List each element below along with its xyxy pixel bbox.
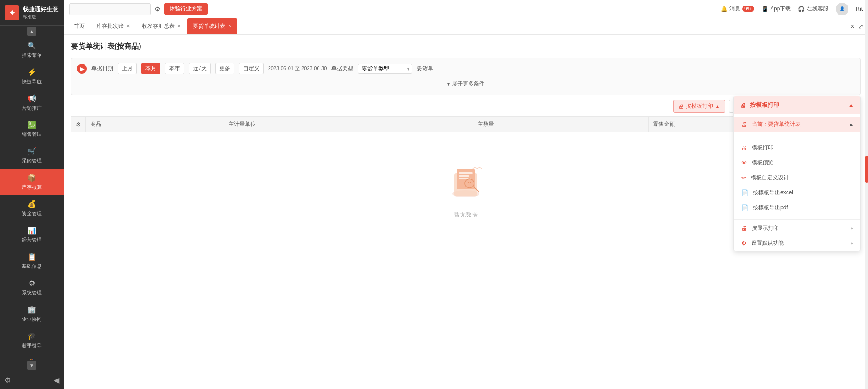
- sidebar-item-system[interactable]: ⚙ 系统管理: [0, 274, 64, 301]
- trial-industry-button[interactable]: 体验行业方案: [164, 3, 208, 15]
- app-version: 标准版: [23, 14, 58, 20]
- sidebar-item-enterprise[interactable]: 🏢 企业协同: [0, 301, 64, 327]
- sidebar-bottom: ⚙ ◀: [0, 371, 64, 389]
- print-template-label: 按模板打印: [686, 102, 713, 110]
- table-col-product: 商品: [86, 117, 224, 132]
- sidebar-item-sales[interactable]: 💹 销售管理: [0, 116, 64, 142]
- tab-close-inventory-batch[interactable]: ✕: [126, 23, 130, 29]
- sidebar-item-label-purchase: 采购管理: [22, 157, 42, 164]
- window-close-icon[interactable]: ✕: [850, 23, 855, 30]
- expand-more-button[interactable]: ▾ 展开更多条件: [447, 78, 484, 90]
- print-template-button[interactable]: 🖨 按模板打印 ▲: [673, 100, 725, 113]
- date-btn-current-month[interactable]: 本月: [141, 63, 160, 74]
- sidebar-item-shortcuts[interactable]: ⚡ 快捷导航: [0, 63, 64, 90]
- date-btn-7days[interactable]: 近7天: [189, 63, 211, 74]
- sidebar-item-search[interactable]: 🔍 搜索菜单: [0, 37, 64, 63]
- tab-close-order-stats[interactable]: ✕: [228, 23, 232, 29]
- sidebar-scroll-down[interactable]: ▼: [27, 361, 36, 370]
- template-print-icon: 🖨: [741, 144, 747, 151]
- sidebar-item-apps[interactable]: 📱 应用中心: [0, 354, 64, 360]
- order-type-select[interactable]: 要货单类型: [358, 64, 412, 74]
- tab-order-stats[interactable]: 要货单统计表 ✕: [187, 18, 237, 34]
- sidebar-item-label-shortcuts: 快捷导航: [22, 78, 42, 85]
- display-print-icon: 🖨: [741, 225, 747, 232]
- avatar[interactable]: 👤: [836, 3, 848, 15]
- bell-icon: 🔔: [721, 6, 728, 12]
- operations-nav-icon: 📊: [27, 226, 36, 235]
- filter-bar: ▶ 单据日期 上月 本月 本年 近7天 更多 自定义 2023-06-01 至 …: [71, 58, 861, 95]
- sidebar-item-guide[interactable]: 🎓 新手引导: [0, 327, 64, 354]
- sidebar-scroll-up[interactable]: ▲: [27, 27, 36, 36]
- dropdown-items-section: 🖨 模板打印 👁 模板预览 ✏ 模板自定义设计 📄 按模板导出excel 📄: [734, 137, 860, 218]
- empty-state-text: 暂无数据: [454, 211, 478, 219]
- online-service-action[interactable]: 🎧 在线客服: [798, 5, 828, 13]
- user-name: Rit: [856, 6, 863, 12]
- sidebar-item-operations[interactable]: 📊 经营管理: [0, 222, 64, 248]
- table-col-settings[interactable]: ⚙: [71, 117, 86, 132]
- sidebar-nav: 🔍 搜索菜单 ⚡ 快捷导航 📢 营销推广 💹 销售管理 🛒 采购管理 📦 库存核…: [0, 37, 64, 360]
- mobile-icon: 📱: [762, 6, 768, 12]
- svg-rect-4: [459, 175, 469, 177]
- settings-icon[interactable]: ⚙: [5, 376, 11, 384]
- template-design-label: 模板自定义设计: [751, 174, 853, 182]
- table-col-quantity: 主数量: [473, 117, 649, 132]
- sidebar-item-finance[interactable]: 💰 资金管理: [0, 195, 64, 222]
- dropdown-item-set-default[interactable]: ⚙ 设置默认功能: [734, 236, 860, 251]
- date-btn-custom[interactable]: 自定义: [239, 63, 264, 74]
- svg-point-8: [470, 182, 471, 183]
- dropdown-item-export-excel[interactable]: 📄 按模板导出excel: [734, 185, 860, 200]
- template-print-label: 模板打印: [752, 144, 853, 152]
- finance-nav-icon: 💰: [27, 200, 36, 208]
- chevron-up-icon-dropdown[interactable]: ▲: [848, 102, 854, 109]
- filter-expand-button[interactable]: ▶: [77, 64, 87, 74]
- chevron-right-current-icon: ▸: [850, 121, 853, 128]
- app-download-label: App下载: [770, 5, 791, 13]
- dropdown-item-template-design[interactable]: ✏ 模板自定义设计: [734, 170, 860, 185]
- sidebar-item-label-guide: 新手引导: [22, 342, 42, 349]
- sidebar-item-label-basic: 基础信息: [22, 263, 42, 270]
- tab-home[interactable]: 首页: [68, 18, 90, 34]
- set-default-label: 设置默认功能: [751, 239, 846, 247]
- template-preview-icon: 👁: [741, 159, 747, 166]
- system-nav-icon: ⚙: [29, 279, 35, 288]
- header-gear-icon[interactable]: ⚙: [155, 5, 160, 13]
- export-pdf-icon: 📄: [741, 204, 748, 211]
- dropdown-item-current[interactable]: 🖨 当前：要货单统计表 ▸: [734, 117, 860, 132]
- messages-action[interactable]: 🔔 消息 99+: [721, 5, 754, 13]
- window-expand-icon[interactable]: ⤢: [858, 23, 863, 30]
- chevron-up-icon: ▲: [715, 103, 720, 110]
- date-btn-more[interactable]: 更多: [215, 63, 234, 74]
- dropdown-item-display-print[interactable]: 🖨 按显示打印: [734, 221, 860, 236]
- headset-icon: 🎧: [798, 6, 805, 12]
- print-dropdown-panel: 🖨 按模板打印 ▲ 🖨 当前：要货单统计表 ▸ 🖨 模板打印: [733, 96, 861, 251]
- export-excel-label: 按模板导出excel: [753, 189, 853, 197]
- global-search-input[interactable]: [69, 3, 151, 15]
- tab-close-receipt-summary[interactable]: ✕: [177, 23, 181, 29]
- dropdown-item-export-pdf[interactable]: 📄 按模板导出pdf: [734, 200, 860, 215]
- dropdown-item-template-print[interactable]: 🖨 模板打印: [734, 140, 860, 155]
- sidebar-collapse-icon[interactable]: ◀: [54, 376, 59, 384]
- app-download-action[interactable]: 📱 App下载: [762, 5, 791, 13]
- sidebar-item-inventory[interactable]: 📦 库存核算: [0, 169, 64, 195]
- tab-inventory-batch[interactable]: 库存批次账 ✕: [91, 18, 135, 34]
- tab-receipt-summary[interactable]: 收发存汇总表 ✕: [136, 18, 186, 34]
- sidebar-item-purchase[interactable]: 🛒 采购管理: [0, 142, 64, 169]
- right-scrollbar[interactable]: [865, 0, 868, 389]
- page-title: 要货单统计表(按商品): [71, 42, 861, 51]
- dropdown-item-template-preview[interactable]: 👁 模板预览: [734, 155, 860, 170]
- display-print-label: 按显示打印: [752, 224, 846, 232]
- date-btn-prev-month[interactable]: 上月: [118, 63, 137, 74]
- sidebar-item-basic[interactable]: 📋 基础信息: [0, 248, 64, 274]
- guide-nav-icon: 🎓: [27, 332, 36, 340]
- sidebar-item-label-marketing: 营销推广: [22, 105, 42, 111]
- dropdown-current-label: 当前：要货单统计表: [752, 121, 846, 128]
- date-btn-current-year[interactable]: 本年: [165, 63, 184, 74]
- page-content: 要货单统计表(按商品) ▶ 单据日期 上月 本月 本年 近7天 更多 自定义 2…: [64, 35, 868, 389]
- inventory-batch-tab-label: 库存批次账: [96, 22, 124, 30]
- dropdown-divider-2: [734, 219, 860, 220]
- dropdown-current-section: 🖨 当前：要货单统计表 ▸: [734, 114, 860, 135]
- receipt-summary-tab-label: 收发存汇总表: [142, 22, 175, 30]
- messages-label: 消息: [729, 5, 740, 13]
- scrollbar-thumb: [865, 156, 868, 183]
- sidebar-item-marketing[interactable]: 📢 营销推广: [0, 90, 64, 116]
